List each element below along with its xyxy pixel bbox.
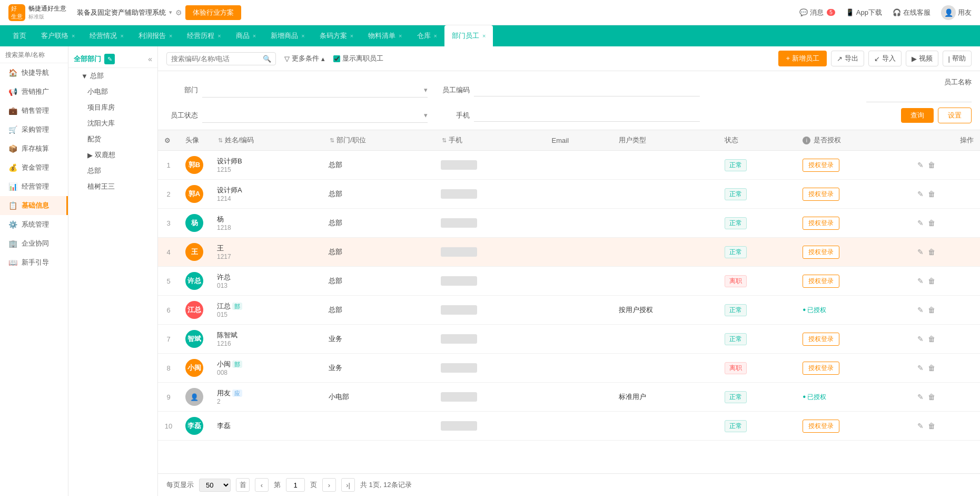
filter-btn[interactable]: ▽ 更多条件 ▴ — [280, 52, 329, 65]
app-download-item[interactable]: 📱 App下载 — [846, 8, 882, 17]
edit-icon[interactable]: ✎ — [917, 335, 924, 343]
tab-operations[interactable]: 经营情况× — [82, 25, 131, 46]
close-icon[interactable]: × — [301, 33, 304, 39]
tab-employees[interactable]: 部门员工× — [444, 25, 493, 46]
page-number-input[interactable] — [286, 478, 305, 492]
edit-icon[interactable]: ✎ — [917, 190, 924, 198]
close-icon[interactable]: × — [217, 33, 221, 39]
sidebar-item-system[interactable]: ⚙️ 系统管理 — [0, 215, 68, 234]
last-page-button[interactable]: ›| — [341, 478, 355, 492]
sidebar-item-quicknav[interactable]: 🏠 快捷导航 — [0, 63, 68, 82]
dept-all-label[interactable]: 全部部门 — [74, 54, 101, 64]
set-button[interactable]: 设置 — [938, 108, 972, 123]
delete-icon[interactable]: 🗑 — [928, 393, 935, 401]
message-item[interactable]: 💬 消息 5 — [799, 8, 835, 17]
dept-filter-input[interactable] — [202, 84, 424, 96]
close-icon[interactable]: × — [169, 33, 172, 39]
auth-button[interactable]: 授权登录 — [803, 333, 839, 346]
delete-icon[interactable]: 🗑 — [928, 161, 935, 169]
edit-icon[interactable]: ✎ — [917, 161, 924, 169]
tab-profit[interactable]: 利润报告× — [131, 25, 180, 46]
edit-icon[interactable]: ✎ — [917, 248, 924, 256]
more-button[interactable]: | 帮助 — [943, 51, 972, 66]
delete-icon[interactable]: 🗑 — [928, 248, 935, 256]
auth-button[interactable]: 授权登录 — [803, 362, 839, 375]
auth-button[interactable]: 授权登录 — [803, 246, 839, 259]
delete-icon[interactable]: 🗑 — [928, 422, 935, 430]
next-page-button[interactable]: › — [322, 478, 336, 492]
sidebar-item-inventory[interactable]: 📦 库存核算 — [0, 139, 68, 158]
trial-button[interactable]: 体验行业方案 — [185, 5, 241, 20]
close-icon[interactable]: × — [399, 33, 402, 39]
sidebar-item-finance[interactable]: 💰 资金管理 — [0, 158, 68, 177]
status-dropdown-icon[interactable]: ▾ — [424, 111, 428, 119]
edit-icon[interactable]: ✎ — [917, 219, 924, 227]
tab-bom[interactable]: 物料清单× — [361, 25, 409, 46]
close-icon[interactable]: × — [350, 33, 353, 39]
auth-button[interactable]: 授权登录 — [803, 275, 839, 288]
tab-barcode[interactable]: 条码方案× — [312, 25, 361, 46]
edit-icon[interactable]: ✎ — [917, 306, 924, 314]
tab-warehouse[interactable]: 仓库× — [410, 25, 444, 46]
prev-page-button[interactable]: ‹ — [255, 478, 269, 492]
auth-button[interactable]: 授权登录 — [803, 188, 839, 201]
close-icon[interactable]: × — [482, 33, 486, 39]
sidebar-item-corp[interactable]: 🏢 企业协同 — [0, 234, 68, 253]
close-icon[interactable]: × — [434, 33, 437, 39]
dept-node-xiaodian[interactable]: 小电部 — [68, 84, 157, 100]
delete-icon[interactable]: 🗑 — [928, 364, 935, 372]
tab-add-goods[interactable]: 新增商品× — [263, 25, 312, 46]
dept-collapse-icon[interactable]: « — [148, 55, 152, 63]
sidebar-item-guide[interactable]: 📖 新手引导 — [0, 253, 68, 272]
dept-edit-icon[interactable]: ✎ — [104, 54, 115, 64]
show-resigned-label[interactable]: 显示离职员工 — [333, 54, 383, 63]
close-icon[interactable]: × — [120, 33, 123, 39]
sidebar-item-sales[interactable]: 💼 销售管理 — [0, 101, 68, 120]
dept-node-project[interactable]: 项目库房 — [68, 100, 157, 115]
auth-button[interactable]: 授权登录 — [803, 159, 839, 172]
support-item[interactable]: 🎧 在线客服 — [893, 8, 930, 17]
close-icon[interactable]: × — [253, 33, 256, 39]
auth-button[interactable]: 授权登录 — [803, 217, 839, 230]
dept-node-shuanglu[interactable]: ▶ 双鹿想 — [68, 147, 157, 163]
empcode-filter-input[interactable] — [474, 84, 699, 96]
add-employee-button[interactable]: + 新增员工 — [778, 51, 826, 66]
gear-icon[interactable]: ⚙ — [175, 8, 182, 17]
edit-icon[interactable]: ✎ — [917, 364, 924, 372]
delete-icon[interactable]: 🗑 — [928, 306, 935, 314]
col-dept[interactable]: ⇅ 部门/职位 — [322, 130, 434, 151]
edit-icon[interactable]: ✎ — [917, 277, 924, 285]
sidebar-item-purchase[interactable]: 🛒 采购管理 — [0, 120, 68, 139]
sidebar-item-ops[interactable]: 📊 经营管理 — [0, 177, 68, 196]
auth-button[interactable]: 授权登录 — [803, 420, 839, 433]
page-size-select[interactable]: 50 100 200 — [199, 479, 231, 492]
first-page-button[interactable]: 首 — [236, 478, 250, 492]
delete-icon[interactable]: 🗑 — [928, 335, 935, 343]
dept-node-peihuo[interactable]: 配货 — [68, 131, 157, 147]
settings-icon[interactable]: ⚙ — [164, 137, 171, 144]
dept-dropdown-icon[interactable]: ▾ — [424, 86, 428, 94]
dept-node-zongbu[interactable]: 总部 — [68, 163, 157, 179]
search-input[interactable] — [171, 55, 260, 63]
col-name[interactable]: ⇅ 姓名/编码 — [211, 130, 322, 151]
empname-filter-input[interactable] — [866, 90, 972, 102]
user-item[interactable]: 👤 用友 — [941, 5, 972, 20]
view-button[interactable]: ▶ 视频 — [906, 51, 938, 66]
show-resigned-checkbox[interactable] — [333, 55, 340, 62]
status-filter-input[interactable] — [202, 109, 424, 121]
delete-icon[interactable]: 🗑 — [928, 219, 935, 227]
delete-icon[interactable]: 🗑 — [928, 190, 935, 198]
tab-goods[interactable]: 商品× — [229, 25, 263, 46]
import-button[interactable]: ↙ 导入 — [868, 51, 902, 66]
tab-customer[interactable]: 客户联络× — [34, 25, 82, 46]
dept-node-shenyang[interactable]: 沈阳大库 — [68, 115, 157, 131]
export-button[interactable]: ↗ 导出 — [831, 51, 864, 66]
delete-icon[interactable]: 🗑 — [928, 277, 935, 285]
dept-node-headquarters[interactable]: ▼ 总部 — [68, 68, 157, 84]
search-input[interactable] — [5, 51, 68, 59]
phone-filter-input[interactable] — [474, 109, 699, 122]
close-icon[interactable]: × — [72, 33, 75, 39]
tab-history[interactable]: 经营历程× — [180, 25, 228, 46]
edit-icon[interactable]: ✎ — [917, 393, 924, 401]
tab-home[interactable]: 首页 — [5, 25, 34, 46]
